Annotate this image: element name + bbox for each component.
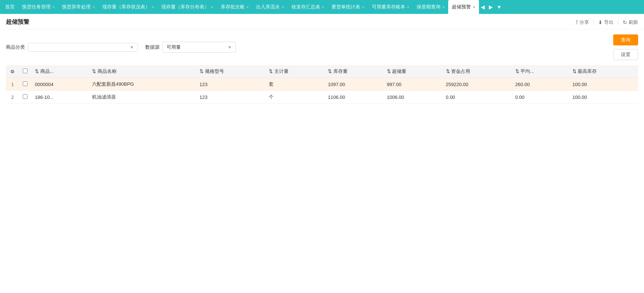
nav-batch[interactable]: 库存批次账 × [217,0,252,14]
divider-1 [593,19,594,25]
refresh-button[interactable]: ↻ 刷新 [623,19,638,26]
nav-task-mgmt[interactable]: 拣货任务管理 × [18,0,58,14]
row-stock-qty: 1097.00 [324,78,383,91]
table-wrap: ⚙ ⇅ 商品... ⇅ 商品名称 ⇅ 规格型号 [0,65,644,104]
col-unit-header[interactable]: ⇅ 主计量 [265,65,324,78]
row-seq: 1 [6,78,19,91]
refresh-icon: ↻ [623,19,627,25]
export-button[interactable]: ⬇ 导出 [598,19,614,26]
nav-home-label: 首页 [5,4,15,10]
nav-prev-btn[interactable]: ◀ [479,0,487,14]
nav-overstock[interactable]: 超储预警 × [448,0,479,14]
select-all-checkbox[interactable] [23,68,28,73]
divider-2 [618,19,618,25]
nav-available[interactable]: 可用量库存账本 × [368,0,413,14]
row-stock-qty: 1106.00 [324,91,383,104]
table-header-row: ⚙ ⇅ 商品... ⇅ 商品名称 ⇅ 规格型号 [6,65,638,78]
row-capital: 0.00 [442,91,512,104]
row-product-name: 六配套新昌490BPG [88,78,196,91]
close-stock-dist[interactable]: × [211,5,213,9]
col-avg-header[interactable]: ⇅ 平均... [512,65,569,78]
nav-stock-dist[interactable]: 现存量（库存分布表） × [158,0,217,14]
row-seq: 2 [6,91,19,104]
row-checkbox[interactable] [23,81,28,86]
nav-stock-status-label: 现存量（库存状况表） [102,4,150,10]
row-spec: 123 [196,78,265,91]
filter-product-category: 商品分类 ▼ [6,43,138,52]
nav-stock-status[interactable]: 现存量（库存状况表） × [99,0,158,14]
data-source-select[interactable]: 可用量 ▼ [162,42,236,53]
col-spec-header[interactable]: ⇅ 规格型号 [196,65,265,78]
row-unit: 个 [265,91,324,104]
nav-summary[interactable]: 收发存汇总表 × [288,0,328,14]
close-task-mgmt[interactable]: × [52,5,55,9]
share-icon: ⤴ [575,19,578,25]
nav-exception-label: 拣货异常处理 [62,4,91,10]
nav-home[interactable]: 首页 [1,0,18,14]
product-category-select[interactable]: ▼ [28,43,138,52]
row-checkbox-cell [19,91,31,104]
row-max-stock: 100.00 [569,91,638,104]
nav-more-btn[interactable]: ▼ [495,0,503,14]
close-stock-status[interactable]: × [152,5,154,9]
close-summary[interactable]: × [322,5,324,9]
data-source-arrow-icon: ▼ [228,45,232,49]
nav-quality[interactable]: 保质期查询 × [413,0,448,14]
settings-button[interactable]: 设置 [613,49,638,60]
nav-flow-label: 出入库流水 [256,4,280,10]
product-category-label: 商品分类 [6,44,25,51]
nav-flow[interactable]: 出入库流水 × [252,0,288,14]
close-overstock[interactable]: × [473,5,475,9]
row-max-stock: 100.00 [569,78,638,91]
refresh-label: 刷新 [629,19,638,26]
query-button[interactable]: 查询 [613,34,638,45]
col-product-code-header[interactable]: ⇅ 商品... [31,65,88,78]
close-exception[interactable]: × [92,5,95,9]
nav-summary-label: 收发存汇总表 [292,4,320,10]
nav-next-btn[interactable]: ▶ [487,0,495,14]
row-checkbox[interactable] [23,94,28,99]
row-checkbox-cell [19,78,31,91]
row-product-code: 0000004 [31,78,88,91]
nav-task-mgmt-label: 拣货任务管理 [22,4,51,10]
nav-overstock-label: 超储预警 [452,4,471,10]
row-overstock-qty: 1006.00 [383,91,442,104]
nav-quality-label: 保质期查询 [417,4,440,10]
nav-exception[interactable]: 拣货异常处理 × [58,0,98,14]
row-avg: 260.00 [512,78,569,91]
close-batch[interactable]: × [246,5,249,9]
topbar: 首页 拣货任务管理 × 拣货异常处理 × 现存量（库存状况表） × 现存量（库存… [0,0,644,14]
col-stock-qty-header[interactable]: ⇅ 库存量 [324,65,383,78]
nav-order-stat[interactable]: 要货单统计表 × [328,0,368,14]
nav-stock-dist-label: 现存量（库存分布表） [161,4,209,10]
header-actions: ⤴ 分享 ⬇ 导出 ↻ 刷新 [575,19,638,26]
table-row: 1 0000004 六配套新昌490BPG 123 套 1097.00 997.… [6,78,638,91]
nav-available-label: 可用量库存账本 [372,4,405,10]
gear-icon[interactable]: ⚙ [10,69,15,74]
data-table: ⚙ ⇅ 商品... ⇅ 商品名称 ⇅ 规格型号 [6,65,638,104]
nav-batch-label: 库存批次账 [221,4,245,10]
product-category-arrow-icon: ▼ [130,45,134,49]
row-product-name: 机油滤清器 [88,91,196,104]
share-button[interactable]: ⤴ 分享 [575,19,589,26]
page-header: 超储预警 ⤴ 分享 ⬇ 导出 ↻ 刷新 [0,14,644,29]
col-gear: ⚙ [6,65,19,78]
col-checkbox-header [19,65,31,78]
filter-area: 商品分类 ▼ 数据源 可用量 ▼ 查询 设置 [0,29,644,65]
close-order-stat[interactable]: × [362,5,364,9]
close-available[interactable]: × [407,5,409,9]
page-title: 超储预警 [6,18,29,26]
table-row: 2 186-10... 机油滤清器 123 个 1106.00 1006.00 … [6,91,638,104]
col-max-stock-header[interactable]: ⇅ 最高库存 [569,65,638,78]
close-quality[interactable]: × [442,5,444,9]
close-flow[interactable]: × [282,5,284,9]
filter-buttons: 查询 设置 [613,34,638,60]
row-avg: 0.00 [512,91,569,104]
row-spec: 123 [196,91,265,104]
col-overstock-qty-header[interactable]: ⇅ 超储量 [383,65,442,78]
data-source-value: 可用量 [167,44,228,51]
row-overstock-qty: 997.00 [383,78,442,91]
col-product-name-header[interactable]: ⇅ 商品名称 [88,65,196,78]
nav-order-stat-label: 要货单统计表 [332,4,360,10]
col-capital-header[interactable]: ⇅ 资金占用 [442,65,512,78]
